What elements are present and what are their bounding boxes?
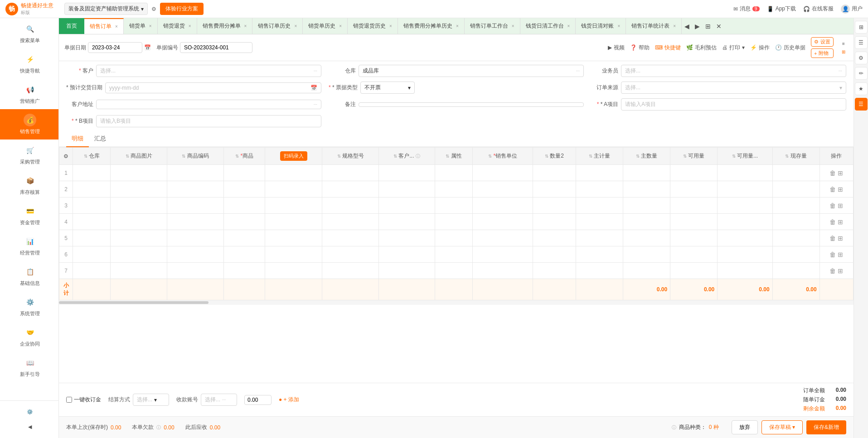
- profit-btn[interactable]: 🌿 毛利预估: [686, 44, 717, 52]
- row-4-spec[interactable]: [322, 214, 379, 230]
- row-3-copy-btn[interactable]: ⊞: [838, 202, 843, 209]
- row-6-code[interactable]: [167, 246, 224, 263]
- tab-close-daily-clear[interactable]: ×: [567, 24, 570, 29]
- sidebar-settings-btn[interactable]: ⚙️: [0, 404, 58, 419]
- print-btn[interactable]: 🖨 打印 ▾: [722, 44, 745, 52]
- row-7-stock[interactable]: [772, 263, 820, 279]
- tab-stats[interactable]: 销售订单统计表 ×: [626, 18, 682, 34]
- message-btn[interactable]: ✉ 消息 9: [733, 5, 760, 13]
- row-7-scan[interactable]: [265, 263, 322, 279]
- tab-reconcile[interactable]: 钱货日清对账 ×: [576, 18, 626, 34]
- row-4-image[interactable]: [111, 214, 167, 230]
- row-5-image[interactable]: [111, 230, 167, 246]
- tab-close-order-history[interactable]: ×: [294, 24, 297, 29]
- row-3-product[interactable]: [223, 197, 265, 214]
- row-2-warehouse[interactable]: [73, 181, 111, 197]
- row-1-spec[interactable]: [322, 165, 379, 181]
- row-3-spec[interactable]: [322, 197, 379, 214]
- row-3-delete-btn[interactable]: 🗑: [829, 202, 836, 209]
- row-5-warehouse[interactable]: [73, 230, 111, 246]
- row-2-product[interactable]: [223, 181, 265, 197]
- save-draft-btn[interactable]: 保存草稿 ▾: [761, 420, 803, 434]
- sidebar-item-purchase[interactable]: 🛒 采购管理: [0, 140, 58, 170]
- add-payment-btn[interactable]: ● + 添加: [279, 396, 299, 404]
- row-3-stock[interactable]: [772, 197, 820, 214]
- row-4-delete-btn[interactable]: 🗑: [829, 218, 836, 226]
- row-1-image[interactable]: [111, 165, 167, 181]
- row-7-main-unit[interactable]: [576, 263, 623, 279]
- row-6-qty2[interactable]: [533, 246, 576, 263]
- row-2-scan[interactable]: [265, 181, 322, 197]
- row-7-customer-code[interactable]: [379, 263, 435, 279]
- calendar-icon2[interactable]: 📅: [310, 85, 317, 91]
- remark-input[interactable]: [359, 102, 584, 107]
- row-3-qty2[interactable]: [533, 197, 576, 214]
- row-4-available[interactable]: [670, 214, 718, 230]
- right-panel-btn-1[interactable]: ⊞: [855, 21, 868, 34]
- row-4-code[interactable]: [167, 214, 224, 230]
- row-3-available[interactable]: [670, 197, 718, 214]
- settlement-select[interactable]: 选择... ▾: [133, 394, 169, 406]
- row-5-copy-btn[interactable]: ⊞: [838, 235, 843, 242]
- tab-expense-split[interactable]: 销售费用分摊单 ×: [197, 18, 253, 34]
- right-panel-btn-2[interactable]: ☰: [855, 36, 868, 49]
- row-7-warehouse[interactable]: [73, 263, 111, 279]
- row-5-main-unit[interactable]: [576, 230, 623, 246]
- row-7-qty2[interactable]: [533, 263, 576, 279]
- row-1-main-qty[interactable]: [623, 165, 670, 181]
- save-draft-chevron[interactable]: ▾: [792, 424, 795, 430]
- row-4-qty2[interactable]: [533, 214, 576, 230]
- row-2-unit[interactable]: [473, 181, 533, 197]
- tab-goods-history[interactable]: 销货单历史 ×: [303, 18, 348, 34]
- sidebar-item-nav[interactable]: ⚡ 快捷导航: [0, 48, 58, 79]
- row-2-customer-code[interactable]: [379, 181, 435, 197]
- row-3-warehouse[interactable]: [73, 197, 111, 214]
- right-panel-btn-4[interactable]: ✏: [855, 67, 868, 80]
- row-6-customer-code[interactable]: [379, 246, 435, 263]
- row-2-spec[interactable]: [322, 181, 379, 197]
- right-panel-btn-3[interactable]: ⚙: [855, 52, 868, 64]
- tab-order-workbench[interactable]: 销售订单工作台 ×: [465, 18, 520, 34]
- row-2-stock[interactable]: [772, 181, 820, 197]
- row-4-product[interactable]: [223, 214, 265, 230]
- row-1-warehouse[interactable]: [73, 165, 111, 181]
- horizontal-scrollbar[interactable]: [59, 300, 853, 305]
- right-panel-btn-6[interactable]: ☰: [855, 98, 868, 111]
- order-source-input[interactable]: 选择... ▾: [621, 82, 846, 94]
- tab-close-expense-split[interactable]: ×: [244, 24, 247, 29]
- sidebar-item-guide[interactable]: 📖 新手引导: [0, 352, 58, 382]
- b-project-input[interactable]: 请输入B项目: [96, 115, 321, 127]
- tab-next-btn[interactable]: ▶: [692, 18, 703, 34]
- row-7-attr[interactable]: [435, 263, 472, 279]
- row-6-spec[interactable]: [322, 246, 379, 263]
- address-input[interactable]: ···: [96, 100, 321, 109]
- row-5-qty2[interactable]: [533, 230, 576, 246]
- row-7-available2[interactable]: [718, 263, 772, 279]
- row-4-main-qty[interactable]: [623, 214, 670, 230]
- gear-settings-icon[interactable]: ⚙: [151, 6, 156, 12]
- row-7-code[interactable]: [167, 263, 224, 279]
- tab-close-return-history[interactable]: ×: [389, 24, 392, 29]
- history-btn[interactable]: 🕐 历史单据: [775, 44, 805, 52]
- list-view-btn[interactable]: ≡: [839, 40, 848, 47]
- row-6-unit[interactable]: [473, 246, 533, 263]
- row-7-copy-btn[interactable]: ⊞: [838, 267, 843, 274]
- sidebar-item-basic[interactable]: 📋 基础信息: [0, 261, 58, 291]
- sidebar-item-management[interactable]: 📊 经营管理: [0, 231, 58, 261]
- tab-close-stats[interactable]: ×: [673, 24, 676, 29]
- tab-sales-return[interactable]: 销货退货 ×: [158, 18, 197, 34]
- row-1-customer-code[interactable]: [379, 165, 435, 181]
- row-4-available2[interactable]: [718, 214, 772, 230]
- row-4-customer-code[interactable]: [379, 214, 435, 230]
- row-5-stock[interactable]: [772, 230, 820, 246]
- row-7-delete-btn[interactable]: 🗑: [829, 267, 836, 274]
- row-4-copy-btn[interactable]: ⊞: [838, 218, 843, 226]
- tab-more-btn[interactable]: ⊞: [703, 18, 713, 34]
- row-2-main-qty[interactable]: [623, 181, 670, 197]
- tab-close-sales-goods[interactable]: ×: [149, 24, 152, 29]
- settings-btn[interactable]: ⚙ 设置: [811, 37, 834, 47]
- row-3-image[interactable]: [111, 197, 167, 214]
- row-4-attr[interactable]: [435, 214, 472, 230]
- industry-btn[interactable]: 体验行业方案: [160, 3, 204, 15]
- sidebar-item-finance[interactable]: 💳 资金管理: [0, 200, 58, 231]
